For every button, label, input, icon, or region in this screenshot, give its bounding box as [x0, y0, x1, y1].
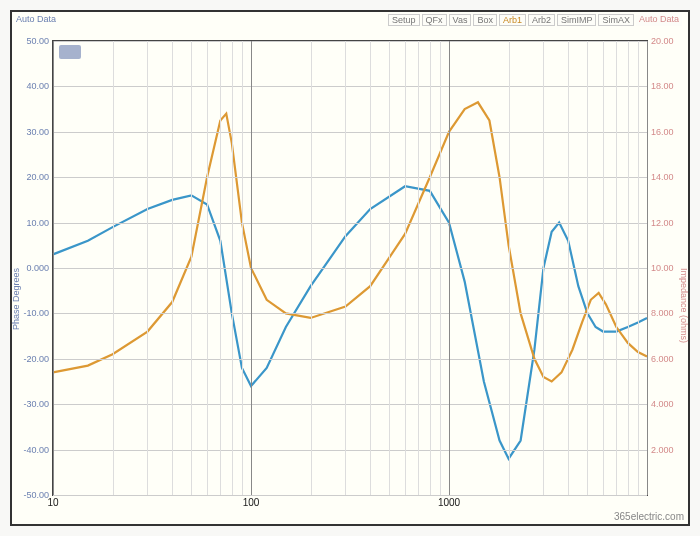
- ytick-left: 20.00: [26, 172, 53, 182]
- ytick-left: 50.00: [26, 36, 53, 46]
- gridline-v: [232, 41, 233, 495]
- ytick-right: 16.00: [647, 127, 674, 137]
- gridline-h: [53, 268, 647, 269]
- gridline-h: [53, 41, 647, 42]
- ytick-right: 12.00: [647, 218, 674, 228]
- gridline-v: [638, 41, 639, 495]
- gridline-v: [345, 41, 346, 495]
- gridline-h: [53, 223, 647, 224]
- gridline-h: [53, 359, 647, 360]
- gridline-v: [172, 41, 173, 495]
- ytick-left: 30.00: [26, 127, 53, 137]
- ytick-right: 20.00: [647, 36, 674, 46]
- gridline-v: [543, 41, 544, 495]
- tab-vas[interactable]: Vas: [449, 14, 472, 26]
- xtick: 100: [243, 495, 260, 508]
- tab-simax[interactable]: SimAX: [598, 14, 634, 26]
- gridline-v: [220, 41, 221, 495]
- gridline-h: [53, 404, 647, 405]
- gridline-v: [251, 41, 252, 495]
- gridline-v: [568, 41, 569, 495]
- gridline-v: [647, 41, 648, 495]
- gridline-v: [587, 41, 588, 495]
- ytick-left: -10.00: [23, 308, 53, 318]
- ytick-right: 14.00: [647, 172, 674, 182]
- y-axis-label-left: Phase Degrees: [11, 268, 21, 330]
- gridline-v: [603, 41, 604, 495]
- ytick-right: 2.000: [647, 445, 674, 455]
- gridline-v: [147, 41, 148, 495]
- ytick-left: 10.00: [26, 218, 53, 228]
- gridline-v: [113, 41, 114, 495]
- ytick-left: -40.00: [23, 445, 53, 455]
- gridline-v: [53, 41, 54, 495]
- tab-qfx[interactable]: QFx: [422, 14, 447, 26]
- ytick-right: 8.000: [647, 308, 674, 318]
- ytick-right: 4.000: [647, 399, 674, 409]
- tab-simimp[interactable]: SimIMP: [557, 14, 597, 26]
- auto-data-right: Auto Data: [636, 14, 682, 26]
- gridline-v: [370, 41, 371, 495]
- y-axis-label-right: Impedance (ohms): [679, 268, 689, 343]
- tab-bar: SetupQFxVasBoxArb1Arb2SimIMPSimAXAuto Da…: [388, 14, 682, 26]
- gridline-h: [53, 313, 647, 314]
- gridline-h: [53, 495, 647, 496]
- gridline-v: [418, 41, 419, 495]
- gridline-h: [53, 450, 647, 451]
- chart-frame: Auto Data SetupQFxVasBoxArb1Arb2SimIMPSi…: [10, 10, 690, 526]
- series-impedance-ohm-: [53, 102, 647, 381]
- gridline-v: [509, 41, 510, 495]
- ytick-left: -20.00: [23, 354, 53, 364]
- ytick-right: 6.000: [647, 354, 674, 364]
- gridline-v: [389, 41, 390, 495]
- gridline-v: [628, 41, 629, 495]
- gridline-v: [207, 41, 208, 495]
- ytick-left: -30.00: [23, 399, 53, 409]
- gridline-v: [242, 41, 243, 495]
- gridline-v: [405, 41, 406, 495]
- gridline-v: [430, 41, 431, 495]
- tab-arb2[interactable]: Arb2: [528, 14, 555, 26]
- ytick-left: 40.00: [26, 81, 53, 91]
- gridline-v: [440, 41, 441, 495]
- xtick: 1000: [438, 495, 460, 508]
- series-phase-deg-: [53, 186, 647, 458]
- gridline-v: [191, 41, 192, 495]
- plot-area: 50.0020.0040.0018.0030.0016.0020.0014.00…: [52, 40, 648, 496]
- gridline-v: [311, 41, 312, 495]
- gridline-v: [449, 41, 450, 495]
- gridline-h: [53, 177, 647, 178]
- auto-data-left: Auto Data: [16, 14, 56, 24]
- ytick-right: 18.00: [647, 81, 674, 91]
- gridline-v: [616, 41, 617, 495]
- gridline-h: [53, 132, 647, 133]
- ytick-left: 0.000: [26, 263, 53, 273]
- xtick: 10: [47, 495, 58, 508]
- ytick-right: 10.00: [647, 263, 674, 273]
- watermark-text: 365electric.com: [614, 511, 684, 522]
- gridline-h: [53, 86, 647, 87]
- tab-setup[interactable]: Setup: [388, 14, 420, 26]
- tab-box[interactable]: Box: [473, 14, 497, 26]
- tab-arb1[interactable]: Arb1: [499, 14, 526, 26]
